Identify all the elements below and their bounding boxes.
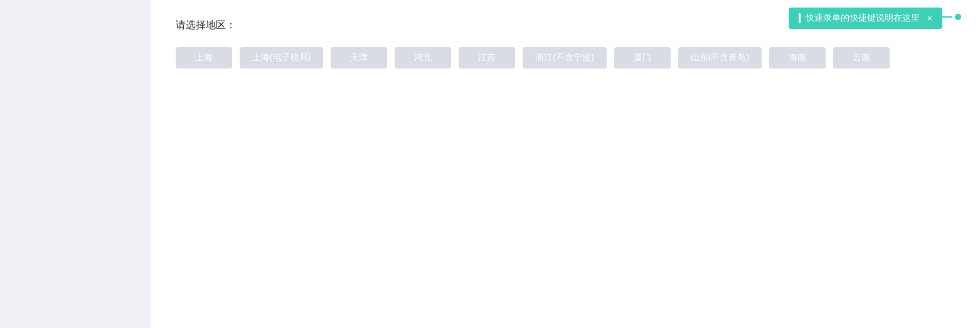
region-buttons: 上海上海(电子税局)天津河北江苏浙江(不含宁波)厦门山东(不含青岛)海南云南 <box>176 47 955 68</box>
region-button-1[interactable]: 上海(电子税局) <box>240 47 323 68</box>
tooltip-banner: 快速录单的快捷键说明在这里 × <box>789 8 942 29</box>
region-button-4[interactable]: 江苏 <box>459 47 515 68</box>
region-button-8[interactable]: 海南 <box>769 47 826 68</box>
bar-indicator-icon <box>799 13 801 23</box>
region-button-3[interactable]: 河北 <box>395 47 451 68</box>
dot-icon <box>955 14 961 20</box>
main-content: 请选择地区： 上海上海(电子税局)天津河北江苏浙江(不含宁波)厦门山东(不含青岛… <box>151 0 980 328</box>
region-button-2[interactable]: 天津 <box>331 47 387 68</box>
region-button-5[interactable]: 浙江(不含宁波) <box>523 47 606 68</box>
region-button-9[interactable]: 云南 <box>833 47 890 68</box>
tooltip-text: 快速录单的快捷键说明在这里 <box>806 13 920 24</box>
region-button-6[interactable]: 厦门 <box>614 47 671 68</box>
connector-line <box>941 16 952 18</box>
sidebar <box>0 0 151 328</box>
tooltip-close-button[interactable]: × <box>927 14 932 23</box>
region-button-7[interactable]: 山东(不含青岛) <box>678 47 762 68</box>
region-button-0[interactable]: 上海 <box>176 47 232 68</box>
dot-connector <box>941 14 961 20</box>
